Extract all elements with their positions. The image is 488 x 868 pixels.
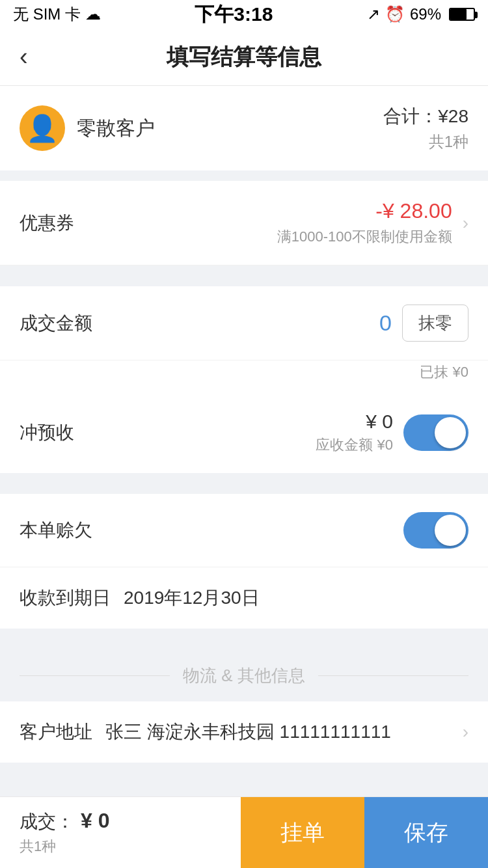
debt-label: 本单赊欠 [20,518,92,543]
transaction-label: 成交金额 [20,311,92,336]
due-date-value: 2019年12月30日 [124,586,260,610]
save-button[interactable]: 保存 [364,797,488,869]
location-icon: ↗ [367,5,380,23]
coupon-amount: -¥ 28.00 [277,199,452,223]
due-date-row: 收款到期日 2019年12月30日 [0,567,488,629]
prepay-right: ¥ 0 应收金额 ¥0 [316,411,468,455]
avatar-icon: 👤 [26,113,59,144]
status-left: 无 SIM 卡 ☁ [13,4,101,25]
transaction-value[interactable]: 0 [353,310,392,336]
address-row[interactable]: 客户地址 张三 海淀永丰科技园 11111111111 › [0,701,488,763]
debt-toggle-knob [435,515,466,546]
page-title: 填写结算等信息 [167,42,321,72]
debt-row: 本单赊欠 [0,494,488,567]
round-button[interactable]: 抹零 [402,305,468,342]
logistics-text: 物流 & 其他信息 [170,664,318,687]
coupon-section[interactable]: 优惠券 -¥ 28.00 满1000-100不限制使用金额 › [0,181,488,265]
battery-text: 69% [410,5,441,23]
coupon-value-block: -¥ 28.00 满1000-100不限制使用金额 [277,199,452,247]
hang-button[interactable]: 挂单 [241,797,364,869]
customer-row: 👤 零散客户 合计：¥28 共1种 [0,86,488,170]
status-right: ↗ ⏰ 69% [367,5,475,23]
battery-icon [449,8,475,21]
address-value: 张三 海淀永丰科技园 11111111111 [105,720,463,744]
transaction-section: 成交金额 0 抹零 已抹 ¥0 冲预收 ¥ 0 应收金额 ¥0 [0,286,488,473]
transaction-row: 成交金额 0 抹零 [0,286,488,360]
customer-left: 👤 零散客户 [20,105,155,151]
customer-section: 👤 零散客户 合计：¥28 共1种 [0,86,488,170]
footer-count: 共1种 [20,837,221,856]
coupon-label: 优惠券 [20,211,74,236]
coupon-row[interactable]: 优惠券 -¥ 28.00 满1000-100不限制使用金额 › [0,181,488,265]
address-chevron-icon: › [463,722,468,742]
footer-info: 成交： ¥ 0 共1种 [0,809,241,856]
status-bar: 无 SIM 卡 ☁ 下午3:18 ↗ ⏰ 69% [0,0,488,29]
alarm-icon: ⏰ [385,5,405,23]
back-button[interactable]: ‹ [20,43,28,71]
prepay-label: 冲预收 [20,420,74,445]
status-time: 下午3:18 [195,1,273,28]
prepay-sub: 应收金额 ¥0 [316,435,393,455]
coupon-desc: 满1000-100不限制使用金额 [277,227,452,247]
total-amount: 合计：¥28 [383,104,468,129]
prepay-toggle-knob [435,417,466,448]
nav-bar: ‹ 填写结算等信息 [0,29,488,86]
transaction-sub: 已抹 ¥0 [0,360,488,392]
prepay-row: 冲预收 ¥ 0 应收金额 ¥0 [0,392,488,473]
address-section[interactable]: 客户地址 张三 海淀永丰科技园 11111111111 › [0,701,488,763]
transaction-input-group: 0 抹零 [353,305,468,342]
customer-name: 零散客户 [77,115,155,142]
prepay-toggle[interactable] [403,414,468,451]
logistics-divider: 物流 & 其他信息 [0,649,488,701]
footer-trans-label: 成交： [20,809,74,834]
debt-toggle[interactable] [403,512,468,549]
footer-trans-row: 成交： ¥ 0 [20,809,221,834]
separator-1 [0,276,488,286]
footer: 成交： ¥ 0 共1种 挂单 保存 [0,796,488,868]
total-count: 共1种 [383,131,468,152]
prepay-amount: ¥ 0 [316,411,393,433]
avatar: 👤 [20,105,65,151]
coupon-chevron-icon: › [463,213,468,234]
customer-right: 合计：¥28 共1种 [383,104,468,152]
separator-3 [0,639,488,649]
address-label: 客户地址 [20,720,92,744]
separator-2 [0,483,488,494]
coupon-right: -¥ 28.00 满1000-100不限制使用金额 › [277,199,468,247]
footer-trans-value: ¥ 0 [81,809,109,833]
transaction-sub-text: 已抹 ¥0 [420,364,468,380]
due-date-label: 收款到期日 [20,586,111,610]
no-sim-text: 无 SIM 卡 ☁ [13,4,101,25]
prepay-values: ¥ 0 应收金额 ¥0 [316,411,393,455]
debt-section: 本单赊欠 收款到期日 2019年12月30日 [0,494,488,629]
